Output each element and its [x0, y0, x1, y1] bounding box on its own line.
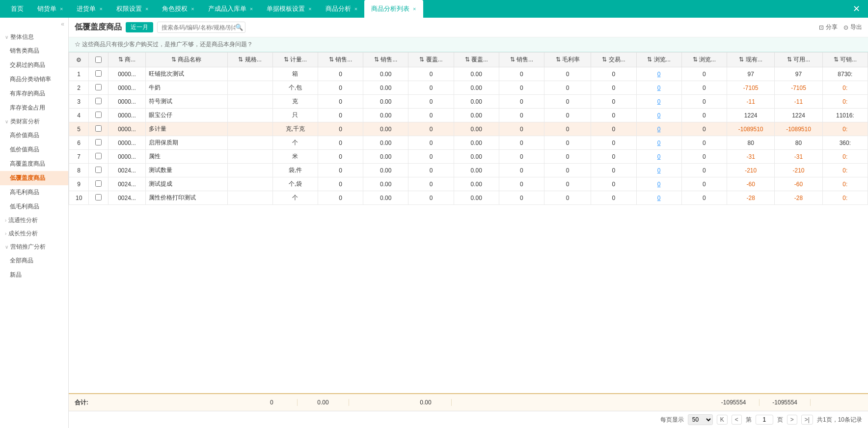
next-page-button[interactable]: >	[787, 415, 797, 425]
th-current[interactable]: ⇅ 现有...	[727, 53, 774, 67]
sidebar-group-marketing[interactable]: ∨ 营销推广分析	[0, 240, 68, 254]
row-checkbox[interactable]	[95, 139, 102, 145]
row-checkbox[interactable]	[95, 125, 102, 132]
cell-browse1[interactable]: 0	[636, 109, 681, 122]
th-cover2[interactable]: ⇅ 覆盖...	[454, 53, 499, 67]
cell-browse1[interactable]: 0	[636, 95, 681, 109]
export-button[interactable]: ⊙ 导出	[843, 23, 862, 31]
th-spec[interactable]: ⇅ 规格...	[227, 53, 272, 67]
sidebar-group-growth[interactable]: › 成长性分析	[0, 227, 68, 240]
nav-tab-inventory[interactable]: 产成品入库单 ×	[201, 0, 260, 18]
date-filter-button[interactable]: 近一月	[126, 22, 153, 32]
window-close-button[interactable]: ✕	[849, 3, 864, 14]
nav-close-inventory[interactable]: ×	[250, 0, 253, 18]
cell-checkbox[interactable]	[89, 164, 108, 177]
sidebar-item-high-margin[interactable]: 高毛利商品	[0, 185, 68, 200]
table-row: 6 0000... 启用保质期 个 0 0.00 0 0.00 0 0 0 0 …	[69, 136, 868, 150]
nav-close-purchase[interactable]: ×	[99, 0, 102, 18]
cell-checkbox[interactable]	[89, 177, 108, 191]
th-sales2[interactable]: ⇅ 销售...	[499, 53, 544, 67]
row-checkbox[interactable]	[95, 98, 102, 104]
first-page-button[interactable]: K	[717, 415, 728, 425]
nav-tab-home[interactable]: 首页	[4, 0, 30, 18]
cell-checkbox[interactable]	[89, 122, 108, 136]
cell-checkbox[interactable]	[89, 67, 108, 81]
nav-tab-permissions[interactable]: 权限设置 ×	[109, 0, 155, 18]
sidebar-item-high-value[interactable]: 高价值商品	[0, 128, 68, 143]
sidebar-item-category-rate[interactable]: 商品分类动销率	[0, 72, 68, 86]
sidebar-item-stocked-goods[interactable]: 有库存的商品	[0, 86, 68, 101]
th-gross-rate[interactable]: ⇅ 毛利率	[544, 53, 591, 67]
cell-browse1[interactable]: 0	[636, 67, 681, 81]
th-browse1[interactable]: ⇅ 浏览...	[636, 53, 681, 67]
sidebar-item-all-goods[interactable]: 全部商品	[0, 254, 68, 268]
th-code[interactable]: ⇅ 商...	[108, 53, 146, 67]
th-sales-qty[interactable]: ⇅ 销售...	[318, 53, 363, 67]
nav-tab-templates[interactable]: 单据模板设置 ×	[260, 0, 318, 18]
cell-checkbox[interactable]	[89, 81, 108, 95]
th-sellable[interactable]: ⇅ 可销...	[822, 53, 868, 67]
nav-close-sales[interactable]: ×	[60, 0, 63, 18]
th-sales-amt[interactable]: ⇅ 销售...	[363, 53, 408, 67]
per-page-select[interactable]: 50 100 200	[688, 414, 713, 425]
cell-sellable: 0:	[822, 122, 868, 136]
sidebar-group-circulation[interactable]: › 流通性分析	[0, 214, 68, 227]
share-button[interactable]: ⊡ 分享	[819, 23, 838, 31]
nav-close-permissions[interactable]: ×	[145, 0, 148, 18]
cell-spec	[227, 177, 272, 191]
th-browse2[interactable]: ⇅ 浏览...	[681, 53, 727, 67]
cell-checkbox[interactable]	[89, 150, 108, 164]
cell-checkbox[interactable]	[89, 191, 108, 205]
row-checkbox[interactable]	[95, 153, 102, 159]
prev-page-button[interactable]: <	[732, 415, 742, 425]
sidebar-item-inventory-fund[interactable]: 库存资金占用	[0, 101, 68, 115]
sidebar-collapse-button[interactable]: «	[0, 18, 68, 30]
search-input[interactable]	[162, 24, 235, 31]
nav-close-analysis[interactable]: ×	[354, 0, 357, 18]
sidebar-item-new-goods[interactable]: 新品	[0, 268, 68, 282]
th-cover1[interactable]: ⇅ 覆盖...	[408, 53, 454, 67]
th-name[interactable]: ⇅ 商品名称	[145, 53, 227, 67]
row-checkbox[interactable]	[95, 70, 102, 77]
sidebar-group-overall[interactable]: ∨ 整体信息	[0, 30, 68, 44]
cell-browse1[interactable]: 0	[636, 136, 681, 150]
sidebar-group-wealth[interactable]: ∨ 类财富分析	[0, 115, 68, 128]
cell-browse1[interactable]: 0	[636, 164, 681, 177]
sidebar-item-traded-goods[interactable]: 交易过的商品	[0, 58, 68, 72]
nav-close-analysis-list[interactable]: ×	[413, 0, 416, 18]
page-input[interactable]	[756, 415, 773, 425]
nav-tab-roles[interactable]: 角色授权 ×	[155, 0, 201, 18]
cell-checkbox[interactable]	[89, 95, 108, 109]
select-all-checkbox[interactable]	[95, 57, 102, 63]
cell-browse1[interactable]: 0	[636, 81, 681, 95]
cell-browse1[interactable]: 0	[636, 191, 681, 205]
nav-tab-purchase[interactable]: 进货单 ×	[70, 0, 109, 18]
th-checkbox[interactable]	[89, 53, 108, 67]
sidebar-item-high-coverage[interactable]: 高覆盖度商品	[0, 157, 68, 171]
sidebar-item-low-margin[interactable]: 低毛利商品	[0, 200, 68, 214]
last-page-button[interactable]: >|	[801, 415, 813, 425]
th-unit[interactable]: ⇅ 计量...	[272, 53, 318, 67]
cell-browse1[interactable]: 0	[636, 122, 681, 136]
cell-browse1[interactable]: 0	[636, 177, 681, 191]
nav-close-templates[interactable]: ×	[308, 0, 311, 18]
th-available[interactable]: ⇅ 可用...	[775, 53, 822, 67]
sidebar-item-low-coverage[interactable]: 低覆盖度商品	[0, 171, 68, 185]
nav-tab-analysis[interactable]: 商品分析 ×	[319, 0, 364, 18]
nav-tab-analysis-list[interactable]: 商品分析列表 ×	[364, 0, 423, 18]
th-trade[interactable]: ⇅ 交易...	[591, 53, 636, 67]
sidebar-item-low-value[interactable]: 低价值商品	[0, 143, 68, 157]
cell-checkbox[interactable]	[89, 109, 108, 122]
row-checkbox[interactable]	[95, 112, 102, 118]
sidebar-item-sales-goods[interactable]: 销售类商品	[0, 44, 68, 58]
th-settings[interactable]: ⚙	[69, 53, 89, 67]
cell-checkbox[interactable]	[89, 136, 108, 150]
row-checkbox[interactable]	[95, 84, 102, 90]
row-checkbox[interactable]	[95, 180, 102, 187]
cell-cover1: 0	[408, 136, 454, 150]
cell-browse1[interactable]: 0	[636, 150, 681, 164]
row-checkbox[interactable]	[95, 194, 102, 200]
nav-tab-sales[interactable]: 销货单 ×	[30, 0, 70, 18]
nav-close-roles[interactable]: ×	[191, 0, 194, 18]
row-checkbox[interactable]	[95, 167, 102, 173]
